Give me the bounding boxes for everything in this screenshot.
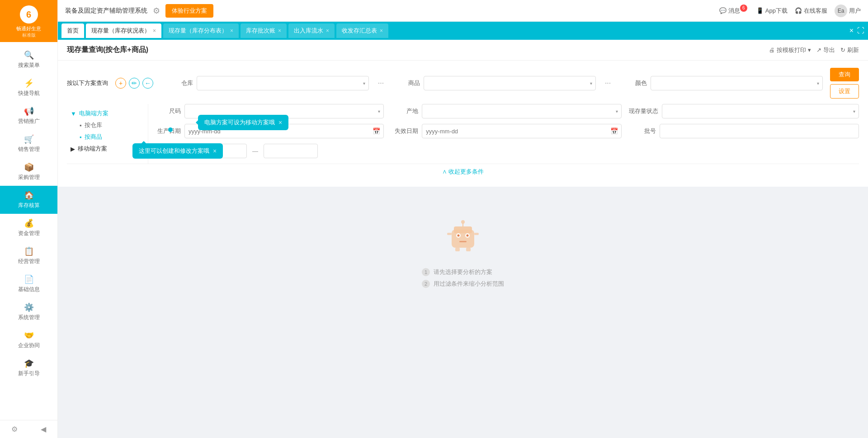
expire-date-input[interactable] xyxy=(422,124,621,138)
expire-date-field: 失效日期 📅 xyxy=(391,124,621,138)
svg-point-8 xyxy=(461,220,465,224)
tab-home[interactable]: 首页 xyxy=(61,24,84,38)
inventory-main-max-input[interactable] xyxy=(264,144,318,158)
expand-icon: ▼ xyxy=(71,110,76,117)
add-scheme-btn[interactable]: + xyxy=(115,78,126,89)
warehouse-select[interactable] xyxy=(197,76,369,90)
inventory-status-label: 现存量状态 xyxy=(629,107,658,115)
warehouse-sub-icon: ▪ xyxy=(80,122,82,129)
scheme-tooltip-close[interactable]: × xyxy=(278,119,282,126)
settings-icon[interactable]: ⚙ xyxy=(11,425,18,433)
sidebar-item-system[interactable]: ⚙️ 系统管理 xyxy=(0,298,57,326)
tab-inventory-dist-close[interactable]: × xyxy=(230,28,233,34)
tab-batch-ledger[interactable]: 库存批次账 × xyxy=(241,24,287,38)
sidebar-item-marketing[interactable]: 📢 营销推广 xyxy=(0,102,57,130)
sidebar-item-operations[interactable]: 📋 经营管理 xyxy=(0,242,57,270)
filter-icons: + ✏ ← xyxy=(115,78,153,89)
warehouse-more-btn[interactable]: ··· xyxy=(376,79,386,87)
filter-section: 按以下方案查询 + ✏ ← 仓库 xyxy=(58,61,868,187)
goods-select[interactable] xyxy=(424,76,596,90)
guide-icon: 🎓 xyxy=(24,358,34,368)
refresh-label: 刷新 xyxy=(847,46,859,54)
basic-icon: 📄 xyxy=(24,274,34,284)
color-select[interactable] xyxy=(651,76,823,90)
search-btn[interactable]: 查询 xyxy=(830,68,859,81)
logo-icon: 6 xyxy=(20,5,38,24)
sidebar-item-basic[interactable]: 📄 基础信息 xyxy=(0,270,57,298)
empty-illustration xyxy=(440,214,486,259)
sidebar-item-search[interactable]: 🔍 搜索菜单 xyxy=(0,46,57,74)
scheme-item-pc[interactable]: ▼ 电脑端方案 xyxy=(67,108,142,119)
top-header: 装备及固定资产辅助管理系统 ⚙ 体验行业方案 💬 消息 6 📱 App下载 🎧 … xyxy=(58,0,868,22)
export-icon: ↗ xyxy=(816,47,821,53)
sidebar-item-finance[interactable]: 💰 资金管理 xyxy=(0,214,57,242)
goods-more-btn[interactable]: ··· xyxy=(603,79,613,87)
expire-date-calendar-icon[interactable]: 📅 xyxy=(610,127,618,135)
collapse-sidebar-icon[interactable]: ◀ xyxy=(41,425,46,433)
sales-icon: 🛒 xyxy=(24,134,34,144)
sidebar-nav: 🔍 搜索菜单 ⚡ 快捷导航 📢 营销推广 🛒 销售管理 📦 采购管理 🏠 库存核… xyxy=(0,42,57,420)
batch-no-field: 批号 xyxy=(629,124,859,138)
message-label: 消息 xyxy=(728,7,740,15)
maximize-btn[interactable]: ⛶ xyxy=(857,27,864,35)
message-btn[interactable]: 💬 消息 6 xyxy=(719,7,749,15)
settings-gear-icon[interactable]: ⚙ xyxy=(153,6,160,16)
header-right: 💬 消息 6 📱 App下载 🎧 在线客服 Ea 用户 xyxy=(719,5,861,17)
tab-receivable-summary-close[interactable]: × xyxy=(380,28,383,34)
origin-select[interactable] xyxy=(422,104,621,118)
tab-batch-ledger-close[interactable]: × xyxy=(278,28,281,34)
tab-inventory-status-close[interactable]: × xyxy=(153,28,156,34)
sidebar-item-label: 销售管理 xyxy=(18,146,40,153)
scheme-sub-items: ▪ 按仓库 ▪ 按商品 xyxy=(67,119,142,143)
trial-btn[interactable]: 体验行业方案 xyxy=(165,4,213,18)
edit-scheme-btn[interactable]: ✏ xyxy=(129,78,140,89)
prod-date-calendar-icon[interactable]: 📅 xyxy=(373,127,380,135)
set-btn[interactable]: 设置 xyxy=(830,84,859,99)
scheme-tooltip: 电脑方案可设为移动方案哦 × xyxy=(198,115,288,130)
export-btn[interactable]: ↗ 导出 xyxy=(816,46,835,54)
tab-inventory-status[interactable]: 现存量（库存状况表） × xyxy=(86,24,161,38)
tab-receivable-summary-label: 收发存汇总表 xyxy=(342,27,377,35)
color-field: 颜色 ▾ xyxy=(620,76,823,90)
sidebar-item-sales[interactable]: 🛒 销售管理 xyxy=(0,130,57,158)
inventory-status-select[interactable] xyxy=(662,104,859,118)
fields-panel: 尺码 ▾ 产地 ▾ xyxy=(154,104,859,164)
page-actions: 🖨 按模板打印 ▾ ↗ 导出 ↻ 刷新 xyxy=(769,46,859,54)
sidebar-item-quicknav[interactable]: ⚡ 快捷导航 xyxy=(0,74,57,102)
content-area: 现存量查询(按仓库+商品) 🖨 按模板打印 ▾ ↗ 导出 ↻ 刷新 xyxy=(58,40,868,438)
sidebar-bottom: ⚙ ◀ xyxy=(0,420,57,438)
tab-receivable-summary[interactable]: 收发存汇总表 × xyxy=(336,24,388,38)
user-menu[interactable]: Ea 用户 xyxy=(835,5,861,17)
sidebar-item-inventory[interactable]: 🏠 库存核算 xyxy=(0,186,57,214)
scheme-item-mobile[interactable]: ▶ 移动端方案 xyxy=(67,143,142,155)
tab-inout-flow[interactable]: 出入库流水 × xyxy=(288,24,335,38)
scheme-tooltip-text: 电脑方案可设为移动方案哦 xyxy=(204,118,275,127)
collapse-bar[interactable]: ∧ 收起更多条件 xyxy=(67,164,859,179)
app-download-btn[interactable]: 📱 App下载 xyxy=(756,7,788,15)
back-btn[interactable]: ← xyxy=(142,78,153,89)
expand-mobile-icon: ▶ xyxy=(71,146,75,152)
message-badge: 6 xyxy=(740,5,747,12)
sidebar-item-enterprise[interactable]: 🤝 企业协同 xyxy=(0,326,57,354)
filter-title: 按以下方案查询 xyxy=(67,79,108,87)
collapse-label: 收起更多条件 xyxy=(448,168,484,175)
tab-inout-flow-close[interactable]: × xyxy=(326,28,329,34)
close-all-tabs-btn[interactable]: × xyxy=(849,27,854,35)
range-separator: — xyxy=(250,148,260,155)
scheme-sub-warehouse[interactable]: ▪ 按仓库 xyxy=(76,119,142,131)
tab-inventory-dist[interactable]: 现存量（库存分布表） × xyxy=(163,24,239,38)
tab-bar: 首页 现存量（库存状况表） × 现存量（库存分布表） × 库存批次账 × 出入库… xyxy=(58,22,868,40)
online-service-btn[interactable]: 🎧 在线客服 xyxy=(795,7,827,15)
sidebar-item-guide[interactable]: 🎓 新手引导 xyxy=(0,354,57,382)
message-icon: 💬 xyxy=(719,7,726,14)
print-template-btn[interactable]: 🖨 按模板打印 ▾ xyxy=(769,46,811,54)
create-tooltip-close[interactable]: × xyxy=(213,147,217,155)
svg-rect-12 xyxy=(466,248,471,251)
sidebar-item-purchase[interactable]: 📦 采购管理 xyxy=(0,158,57,186)
goods-sub-icon: ▪ xyxy=(80,134,82,141)
scheme-sub-goods[interactable]: ▪ 按商品 xyxy=(76,131,142,143)
system-icon: ⚙️ xyxy=(24,302,34,312)
refresh-btn[interactable]: ↻ 刷新 xyxy=(840,46,859,54)
search-buttons: 查询 设置 xyxy=(830,68,859,99)
batch-no-input[interactable] xyxy=(660,124,859,138)
